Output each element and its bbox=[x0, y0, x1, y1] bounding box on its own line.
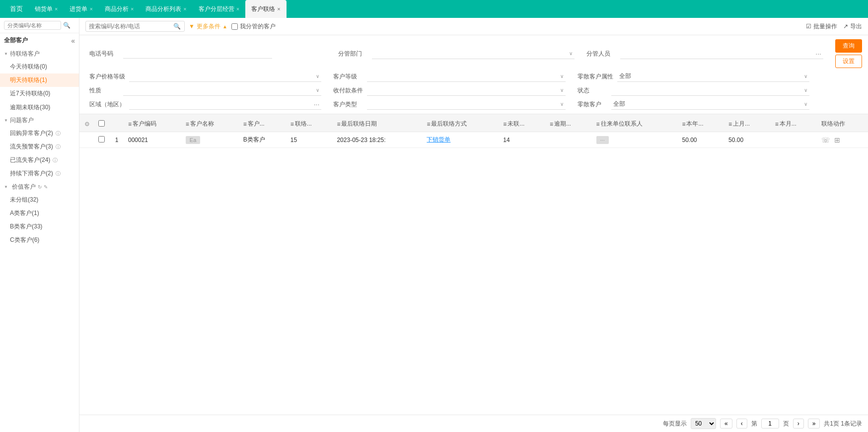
last-method-link[interactable]: 下销货单 bbox=[427, 136, 450, 143]
sidebar-item-a-class[interactable]: A类客户(1) bbox=[0, 207, 79, 220]
chevron-icon-3: ∨ bbox=[560, 73, 564, 79]
row-contact: 15 bbox=[287, 132, 333, 148]
sidebar-item-lost[interactable]: 已流失客户(24) ⓘ bbox=[0, 153, 79, 167]
filter-input-region[interactable]: ··· bbox=[129, 99, 321, 110]
col-unit-contact: ≡往来单位联系人 bbox=[592, 116, 678, 132]
query-button[interactable]: 查询 bbox=[835, 39, 862, 53]
page-label: 第 bbox=[751, 420, 757, 428]
filter-panel: 电话号码 分管部门 ∨ 分管人员 ··· bbox=[79, 35, 868, 114]
filter-select-status[interactable]: ∨ bbox=[611, 85, 809, 96]
row-no-contact: 14 bbox=[499, 132, 546, 148]
table-row: 1 000021 Ea B类客户 15 2023-05-23 18:25: 下销… bbox=[79, 132, 868, 148]
nav-analysis[interactable]: 商品分析 × bbox=[99, 0, 140, 18]
row-this-year: 50.00 bbox=[678, 132, 724, 148]
page-input[interactable] bbox=[761, 419, 779, 429]
filter-select-customer-type[interactable]: ∨ bbox=[367, 99, 565, 110]
filter-cell-region: 区域（地区） ··· bbox=[85, 99, 325, 110]
filter-select-retail-customer[interactable]: 全部 ∨ bbox=[611, 99, 809, 110]
sidebar-search-icon[interactable]: 🔍 bbox=[63, 22, 71, 29]
toolbar-right: ☑ 批量操作 ↗ 导出 bbox=[806, 22, 862, 31]
total-label: 共1页 1条记录 bbox=[824, 420, 862, 428]
action-phone-icon[interactable]: ☏ bbox=[821, 136, 830, 144]
sidebar-item-c-class[interactable]: C类客户(6) bbox=[0, 233, 79, 247]
batch-button[interactable]: ☑ 批量操作 bbox=[806, 22, 837, 31]
filter-select-nature[interactable]: ∨ bbox=[123, 85, 321, 96]
col-last-method: ≡最后联络方式 bbox=[423, 116, 499, 132]
action-grid-icon[interactable]: ⊞ bbox=[834, 136, 840, 144]
filter-cell-retail-attr: 零散客户属性 全部 ∨ bbox=[574, 71, 813, 82]
nav-customer-contact[interactable]: 客户联络 × bbox=[245, 0, 286, 18]
nav-analysis-close[interactable]: × bbox=[131, 6, 134, 12]
nav-purchase[interactable]: 进货单 × bbox=[64, 0, 98, 18]
nav-sales[interactable]: 销货单 × bbox=[29, 0, 64, 18]
nav-analysis-list-close[interactable]: × bbox=[183, 6, 186, 12]
row-num: 1 bbox=[109, 132, 124, 148]
col-overdue: ≡逾期... bbox=[546, 116, 592, 132]
next-page-button[interactable]: › bbox=[793, 419, 804, 429]
sidebar-item-today[interactable]: 今天待联络(0) bbox=[0, 60, 79, 73]
search-box[interactable]: 🔍 bbox=[85, 21, 185, 32]
col-settings: ⚙ bbox=[79, 116, 94, 132]
filter-cell-phone: 电话号码 bbox=[85, 49, 330, 59]
nav-purchase-close[interactable]: × bbox=[89, 6, 92, 12]
search-icon[interactable]: 🔍 bbox=[173, 23, 181, 30]
page-size-select[interactable]: 50 100 200 bbox=[691, 418, 716, 429]
nav-home[interactable]: 首页 bbox=[4, 0, 29, 18]
sidebar-item-tomorrow[interactable]: 明天待联络(1) bbox=[0, 73, 79, 87]
row-select-checkbox[interactable] bbox=[98, 136, 105, 143]
search-input[interactable] bbox=[89, 23, 173, 30]
nav-sales-close[interactable]: × bbox=[55, 6, 58, 12]
sidebar-search-input[interactable] bbox=[4, 21, 61, 30]
table-footer: 每页显示 50 100 200 « ‹ 第 页 › » 共1页 1条记录 bbox=[79, 415, 868, 432]
last-page-button[interactable]: » bbox=[808, 419, 820, 429]
customer-table: ⚙ ≡客户编码 ≡客户名称 ≡客户... bbox=[79, 116, 868, 148]
nav-customer-seg[interactable]: 客户分层经营 × bbox=[193, 0, 245, 18]
filter-button[interactable]: ▼ 更多条件 ▲ bbox=[189, 22, 227, 31]
filter-label-nature: 性质 bbox=[89, 86, 119, 95]
my-customers-checkbox-label[interactable]: 我分管的客户 bbox=[231, 22, 276, 31]
first-page-button[interactable]: « bbox=[720, 419, 732, 429]
filter-select-retail-attr[interactable]: 全部 ∨ bbox=[617, 71, 809, 82]
row-code: 000021 bbox=[124, 132, 182, 148]
sidebar-all-customers[interactable]: 全部客户 « bbox=[0, 33, 79, 48]
nav-customer-seg-close[interactable]: × bbox=[236, 6, 239, 12]
dots-icon-region[interactable]: ··· bbox=[314, 100, 320, 108]
sidebar-item-overdue[interactable]: 逾期未联络(30) bbox=[0, 101, 79, 114]
export-button[interactable]: ↗ 导出 bbox=[843, 22, 862, 31]
sidebar-item-ungrouped[interactable]: 未分组(32) bbox=[0, 193, 79, 207]
filter-cell-retail-customer: 零散客户 全部 ∨ bbox=[574, 99, 813, 110]
settings-icon[interactable]: ⚙ bbox=[84, 121, 90, 128]
export-icon: ↗ bbox=[843, 23, 848, 30]
row-checkbox bbox=[94, 132, 109, 148]
nav-analysis-list[interactable]: 商品分析列表 × bbox=[140, 0, 192, 18]
row-last-date: 2023-05-23 18:25: bbox=[333, 132, 423, 148]
filter-row-3: 性质 ∨ 收付款条件 ∨ 状态 bbox=[85, 85, 862, 96]
value-refresh-icon[interactable]: ↻ bbox=[38, 184, 42, 190]
sidebar-item-repeat[interactable]: 回购异常客户(2) ⓘ bbox=[0, 127, 79, 140]
filter-label-region: 区域（地区） bbox=[89, 100, 125, 109]
reset-button[interactable]: 设置 bbox=[835, 55, 862, 68]
filter-select-price-level[interactable]: ∨ bbox=[129, 71, 321, 82]
nav-customer-contact-close[interactable]: × bbox=[277, 6, 280, 12]
filter-select-customer-level[interactable]: ∨ bbox=[367, 71, 565, 82]
filter-input-phone[interactable] bbox=[123, 49, 272, 59]
sidebar-item-decline[interactable]: 持续下滑客户(2) ⓘ bbox=[0, 167, 79, 180]
filter-select-payment[interactable]: ∨ bbox=[367, 85, 565, 96]
sidebar-search-container: 🔍 bbox=[0, 18, 79, 33]
select-all-checkbox[interactable] bbox=[98, 120, 105, 127]
sidebar-item-losing[interactable]: 流失预警客户(3) ⓘ bbox=[0, 140, 79, 153]
filter-cell-customer-type: 客户类型 ∨ bbox=[329, 99, 569, 110]
value-edit-icon[interactable]: ✎ bbox=[44, 184, 48, 190]
sidebar: 🔍 全部客户 « 待联络客户 今天待联络(0) 明天待联络(1) 近7天待联络(… bbox=[0, 18, 79, 432]
dots-icon-manager[interactable]: ··· bbox=[815, 50, 821, 58]
table-header-row: ⚙ ≡客户编码 ≡客户名称 ≡客户... bbox=[79, 116, 868, 132]
my-customers-checkbox[interactable] bbox=[231, 23, 238, 30]
sidebar-item-b-class[interactable]: B类客户(33) bbox=[0, 220, 79, 233]
row-name: Ea bbox=[182, 132, 239, 148]
sidebar-item-week[interactable]: 近7天待联络(0) bbox=[0, 87, 79, 100]
prev-page-button[interactable]: ‹ bbox=[736, 419, 747, 429]
filter-input-manager[interactable]: ··· bbox=[620, 48, 823, 59]
col-num bbox=[109, 116, 124, 132]
filter-select-dept[interactable]: ∨ bbox=[372, 48, 575, 59]
row-type: B类客户 bbox=[239, 132, 287, 148]
